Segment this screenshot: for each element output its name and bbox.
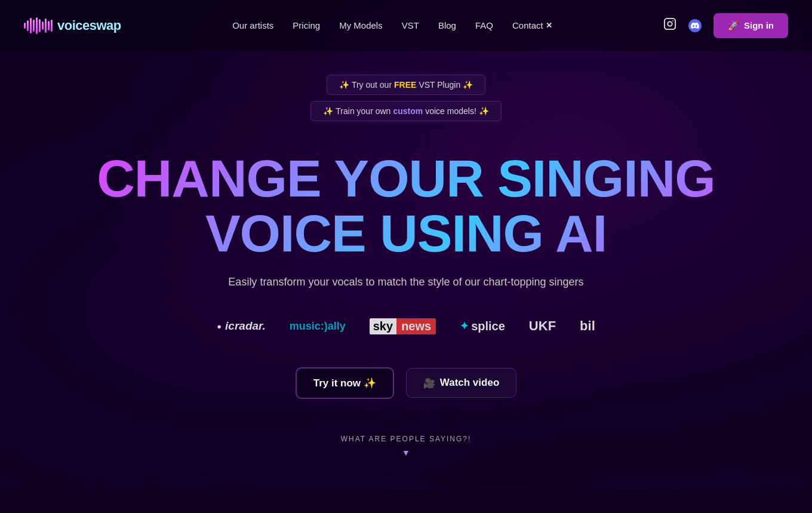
press-logo-musicaly: music:)ally <box>290 320 346 333</box>
svg-rect-0 <box>665 19 675 29</box>
what-saying-label: WHAT ARE PEOPLE SAYING?! <box>341 435 472 443</box>
nav-link-vst[interactable]: VST <box>402 20 419 30</box>
press-logo-ukf: UKF <box>529 318 556 334</box>
logo-waveform <box>24 17 53 35</box>
nav-link-artists[interactable]: Our artists <box>232 20 273 30</box>
x-social-icon: ✕ <box>546 21 552 30</box>
banner-custom[interactable]: ✨ Train your own custom voice models! ✨ <box>310 101 501 121</box>
hero-section: ✨ Try out our FREE VST Plugin ✨ ✨ Train … <box>0 51 812 513</box>
signin-button[interactable]: 🚀 Sign in <box>713 13 788 38</box>
try-now-button[interactable]: Try it now ✨ <box>296 367 394 399</box>
instagram-icon[interactable] <box>663 17 676 33</box>
nav-link-faq[interactable]: FAQ <box>475 20 493 30</box>
cta-buttons: Try it now ✨ 🎥 Watch video <box>296 367 517 399</box>
video-camera-icon: 🎥 <box>423 377 435 389</box>
scroll-arrow: ▼ <box>341 448 472 457</box>
navbar: voiceswap Our artists Pricing My Models … <box>0 0 812 51</box>
bottom-section: WHAT ARE PEOPLE SAYING?! ▼ <box>341 435 472 469</box>
press-logo-skynews: skynews <box>370 318 436 334</box>
hero-subtitle: Easily transform your vocals to match th… <box>228 276 583 288</box>
signin-icon: 🚀 <box>728 20 739 31</box>
logo-text: voiceswap <box>57 18 121 33</box>
announcements: ✨ Try out our FREE VST Plugin ✨ ✨ Train … <box>310 75 501 121</box>
nav-links: Our artists Pricing My Models VST Blog F… <box>232 20 552 31</box>
hero-title: CHANGE YOUR SINGING VOICE USING AI <box>85 151 727 262</box>
nav-link-pricing[interactable]: Pricing <box>293 20 320 30</box>
banner-vst[interactable]: ✨ Try out our FREE VST Plugin ✨ <box>327 75 485 95</box>
watch-video-button[interactable]: 🎥 Watch video <box>406 368 517 398</box>
discord-icon[interactable] <box>688 19 702 32</box>
logo[interactable]: voiceswap <box>24 17 121 35</box>
svg-point-1 <box>668 21 672 26</box>
press-logos: ●icradar. music:)ally skynews ✦ splice U… <box>217 318 595 334</box>
press-logo-bil: bil <box>580 318 595 334</box>
press-logo-splice: ✦ splice <box>460 320 505 333</box>
nav-right: 🚀 Sign in <box>663 13 788 38</box>
nav-link-contact[interactable]: Contact ✕ <box>512 20 552 30</box>
svg-point-2 <box>672 20 673 21</box>
nav-link-mymodels[interactable]: My Models <box>339 20 383 30</box>
nav-link-blog[interactable]: Blog <box>438 20 456 30</box>
press-logo-icradar: ●icradar. <box>217 320 265 333</box>
